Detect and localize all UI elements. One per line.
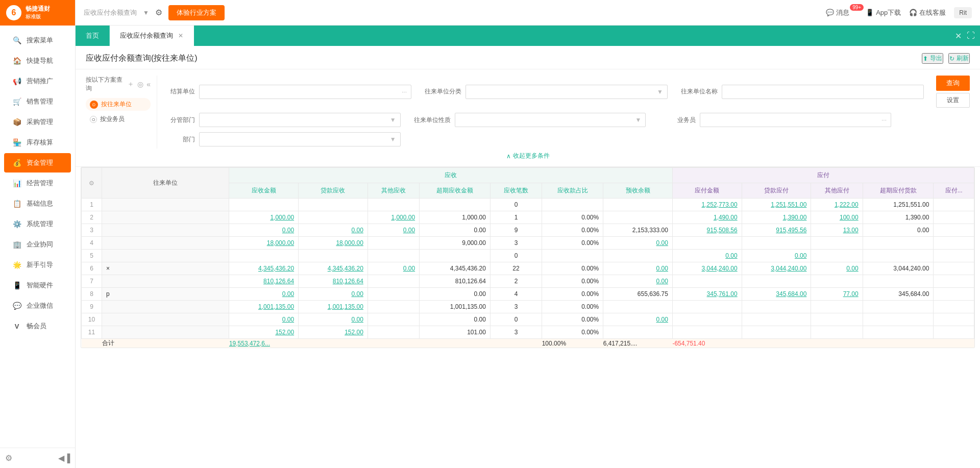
settlement-unit-input[interactable]: ··· [199,85,411,99]
message-label: 消息 [836,8,849,17]
close-tab-icon[interactable]: ✕ [178,32,183,39]
sidebar-item-label: 库存核算 [27,138,53,147]
sidebar-item-marketing[interactable]: 📢 营销推广 [4,71,71,91]
sidebar-item-sales[interactable]: 🛒 销售管理 [4,92,71,111]
sidebar-bottom: ⚙ ◀▐ [0,448,75,468]
export-button[interactable]: ⬆ 导出 [922,53,943,64]
sidebar-item-label: 企业协同 [27,240,53,249]
target-scheme-icon[interactable]: ◎ [137,80,143,88]
query-button[interactable]: 查询 [936,76,970,91]
username: Rit [959,9,967,16]
wechat-icon: 💬 [12,302,21,310]
solution-button[interactable]: 体验行业方案 [168,5,225,20]
collapse-label: 收起更多条件 [513,152,550,160]
scheme-unit-label: 按往来单位 [101,100,132,109]
department-input[interactable]: ▼ [199,132,401,146]
sidebar-item-system[interactable]: ⚙️ 系统管理 [4,214,71,234]
sidebar-item-hardware[interactable]: 📱 智能硬件 [4,276,71,295]
message-button[interactable]: 💬 消息 99+ [826,8,857,17]
settings-button[interactable]: 设置 [936,93,970,108]
add-scheme-icon[interactable]: ＋ [127,80,134,89]
scheme-by-unit[interactable]: ⊙ 按往来单位 [86,98,151,111]
sidebar-item-guide[interactable]: 🌟 新手引导 [4,255,71,275]
col-payable-amount: 应付金额 [672,183,742,199]
collapse-sidebar-button[interactable]: ◀▐ [58,453,70,463]
footer-empty6 [742,339,811,348]
col-unit-header: 往来单位 [102,168,229,199]
sidebar-item-vip[interactable]: V 畅会员 [4,316,71,336]
settlement-dots-icon: ··· [402,88,407,95]
sidebar-item-label: 资金管理 [27,158,53,167]
col-loan-payable: 贷款应付 [742,183,811,199]
settings-bottom-button[interactable]: ⚙ [5,453,12,463]
row-loan-receivable [299,199,368,211]
sidebar-item-basic[interactable]: 📋 基础信息 [4,194,71,213]
collapse-icon: ∧ [506,153,511,160]
settings-icon[interactable]: ⚙ [155,8,162,17]
filter-collapse-area: ∧ 收起更多条件 [86,152,970,160]
label-settlement: 结算单位 [163,87,199,96]
online-service-button[interactable]: 🎧 在线客服 [909,8,946,17]
col-receivable-amount: 应收金额 [229,183,299,199]
back-scheme-icon[interactable]: « [146,80,151,88]
row-receivable-count: 0 [490,199,542,211]
logo-icon: 6 [6,5,21,20]
table-row: 8 p 0.00 0.00 0.00 4 0.00% 655,636.75 34… [82,288,974,301]
sidebar-item-purchase[interactable]: 📦 采购管理 [4,112,71,132]
collapse-filter-button[interactable]: ∧ 收起更多条件 [506,152,550,160]
table-row: 10 0.00 0.00 0.00 0 0.00% 0.00 [82,313,974,326]
label-salesperson: 业务员 [654,116,700,125]
sidebar-item-finance[interactable]: 💰 资金管理 [4,153,71,173]
sidebar-item-operations[interactable]: 📊 经营管理 [4,174,71,193]
close-window-icon[interactable]: ✕ [955,31,962,41]
sidebar-item-label: 智能硬件 [27,281,53,290]
app-download-button[interactable]: 📱 App下载 [866,8,901,17]
row-receivable-amount [229,199,299,211]
maximize-icon[interactable]: ⛶ [967,31,975,40]
sidebar-item-enterprise[interactable]: 🏢 企业协同 [4,235,71,254]
scheme-by-staff[interactable]: ○ 按业务员 [86,113,151,126]
scheme-label: 按以下方案查询 [86,76,124,93]
footer-empty7 [811,339,863,348]
dept-manager-input[interactable]: ▼ [199,113,401,127]
tabbar-actions: ✕ ⛶ [950,26,980,46]
app-name: 畅捷通财 [26,5,50,13]
unit-name-input[interactable] [722,85,924,99]
col-other-payable: 其他应付 [811,183,863,199]
table-settings-gear-icon[interactable]: ⚙ [89,180,94,187]
col-advance-balance: 预收余额 [603,183,673,199]
topbar-right: 💬 消息 99+ 📱 App下载 🎧 在线客服 Rit [826,7,972,18]
user-info[interactable]: Rit [954,7,972,18]
table-footer: 合计 19,553,472,6... 100.00% 6,417,215....… [82,339,974,348]
footer-advance: 6,417,215.... [603,339,673,348]
sidebar-item-label: 新手引导 [27,260,53,269]
headset-icon: 🎧 [909,9,917,16]
sidebar-menu: 🔍 搜索菜单 🏠 快捷导航 📢 营销推广 🛒 销售管理 📦 采购管理 🏪 库存核… [0,26,75,448]
footer-empty [82,339,102,348]
app-download-label: App下载 [876,8,901,17]
tab-home[interactable]: 首页 [76,26,110,46]
sidebar-item-nav[interactable]: 🏠 快捷导航 [4,51,71,70]
page-header: 应收应付余额查询(按往来单位) ⬆ 导出 ↻ 刷新 [76,46,980,69]
page-actions: ⬆ 导出 ↻ 刷新 [922,53,970,64]
sidebar-item-inventory[interactable]: 🏪 库存核算 [4,133,71,152]
sidebar-item-search[interactable]: 🔍 搜索菜单 [4,31,71,50]
salesperson-input[interactable]: ··· [700,113,891,127]
footer-ratio: 100.00% [542,339,603,348]
unit-category-input[interactable]: ▼ [465,85,668,99]
page-content: 应收应付余额查询(按往来单位) ⬆ 导出 ↻ 刷新 按以下方案查询 [76,46,980,468]
table-row: 11 152.00 152.00 101.00 3 0.00% [82,326,974,339]
breadcrumb: 应收应付余额查询 [84,8,137,17]
unit-nature-input[interactable]: ▼ [455,113,646,127]
filter-area: 按以下方案查询 ＋ ◎ « ⊙ 按往来单位 ○ 按业务员 [76,69,980,167]
row-overdue-receivable [420,199,491,211]
department-arrow-icon: ▼ [390,136,396,143]
sales-icon: 🛒 [12,97,21,106]
col-settings[interactable]: ⚙ [82,168,102,199]
refresh-button[interactable]: ↻ 刷新 [948,53,970,64]
footer-empty4 [420,339,491,348]
sidebar-item-wechat[interactable]: 💬 企业微信 [4,296,71,315]
table-row: 1 0 1,252,773.00 1,251,551.00 1,222.00 [82,199,974,211]
tab-balance[interactable]: 应收应付余额查询 ✕ [110,26,194,46]
col-overdue-payable: 超期应付货款 [863,183,934,199]
